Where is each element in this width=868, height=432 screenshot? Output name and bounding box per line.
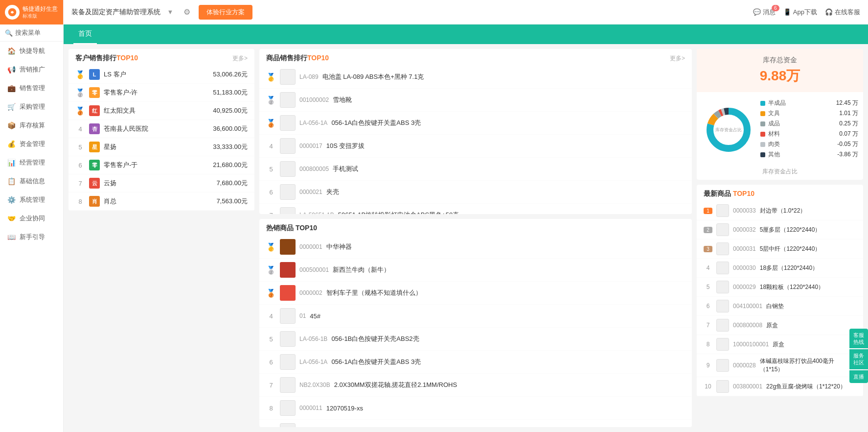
product-thumb bbox=[280, 161, 296, 177]
hot-product-row: 6 LA-056-1A 056-1A白色按键开关盖ABS 3壳 bbox=[259, 351, 692, 374]
sidebar-item-basic-info[interactable]: 📋 基础信息 bbox=[0, 172, 63, 191]
float-buttons: 客服热线服务社区直播 bbox=[849, 329, 868, 383]
product-rank-row: 🥉 LA-056-1A 056-1A白色按键开关盖ABS 3壳 bbox=[259, 112, 692, 135]
sidebar-item-system[interactable]: ⚙️ 系统管理 bbox=[0, 191, 63, 209]
product-thumb bbox=[716, 319, 729, 332]
sidebar-item-purchase[interactable]: 🛒 采购管理 bbox=[0, 97, 63, 116]
product-code: 000800008 bbox=[733, 322, 762, 329]
top10-badge: TOP10 bbox=[116, 54, 138, 62]
sidebar-item-guide[interactable]: 📖 新手引导 bbox=[0, 228, 63, 246]
rank-amount: 51,183.00元 bbox=[213, 88, 248, 97]
product-name: 10S 变扭罗拔 bbox=[326, 142, 685, 150]
settings-icon[interactable]: ⚙ bbox=[180, 5, 194, 19]
product-rank-row: 5 000800005 手机测试 bbox=[259, 158, 692, 181]
product-rank-list: 🥇 LA-089 电池盖 LA-089 ABS本色+黑种 7.1克🥈 00100… bbox=[259, 66, 692, 214]
legend-name: 半成品 bbox=[768, 99, 833, 107]
rank-number: 4 bbox=[75, 125, 85, 133]
rank-number: 6 bbox=[266, 359, 276, 366]
medal-icon: 🥇 bbox=[266, 242, 276, 252]
product-name: 056-1B白色按键开关壳ABS2壳 bbox=[331, 335, 685, 343]
rank-number: 1 bbox=[704, 208, 712, 214]
product-rank-more[interactable]: 更多> bbox=[670, 54, 685, 63]
product-rank-row: 🥈 001000002 雪地靴 bbox=[259, 89, 692, 112]
product-thumb bbox=[280, 92, 296, 108]
donut-inner-label: 库存资金占比 bbox=[715, 127, 742, 133]
product-rank-title: 商品销售排行TOP10 bbox=[266, 54, 329, 63]
sidebar-item-label: 采购管理 bbox=[20, 102, 45, 111]
sidebar-item-quick-nav[interactable]: 🏠 快捷导航 bbox=[0, 42, 63, 60]
finance-icon: 💰 bbox=[7, 140, 16, 148]
rank-row: 🥈 零 零售客户-许 51,183.00元 bbox=[69, 84, 254, 102]
page-header: 首页 bbox=[64, 24, 868, 44]
trial-button[interactable]: 体验行业方案 bbox=[199, 5, 252, 20]
messages-button[interactable]: 💬 消息 6 bbox=[753, 8, 776, 17]
medal-icon: 🥈 bbox=[266, 265, 276, 275]
quick-nav-icon: 🏠 bbox=[7, 47, 16, 55]
legend-name: 文具 bbox=[768, 109, 836, 118]
float-btn-1[interactable]: 服务社区 bbox=[849, 349, 868, 369]
float-btn-0[interactable]: 客服热线 bbox=[849, 329, 868, 349]
medal-icon: 🥉 bbox=[266, 119, 276, 128]
sidebar-item-inventory[interactable]: 📦 库存核算 bbox=[0, 116, 63, 135]
rank-name: 零售客户-许 bbox=[104, 88, 209, 97]
product-code: LA-056-1B bbox=[299, 336, 327, 342]
system-icon: ⚙️ bbox=[7, 195, 16, 204]
product-name: 新西兰牛肉（新牛） bbox=[333, 265, 685, 274]
search-menu[interactable]: 🔍 搜索菜单 bbox=[0, 24, 63, 42]
product-thumb bbox=[716, 380, 729, 393]
app-download-button[interactable]: 📱 App下载 bbox=[783, 8, 817, 17]
online-service-button[interactable]: 🎧 在线客服 bbox=[825, 8, 860, 17]
legend-color bbox=[760, 101, 765, 106]
dropdown-icon[interactable]: ▼ bbox=[165, 7, 175, 17]
product-name: 体碱嘉枝味苏打饮品400毫升（1*15） bbox=[760, 357, 856, 374]
sidebar-item-sales[interactable]: 💼 销售管理 bbox=[0, 79, 63, 97]
product-rank-header: 商品销售排行TOP10 更多> bbox=[259, 49, 692, 66]
sidebar-item-label: 新手引导 bbox=[20, 233, 45, 241]
product-code: NB2.0X30B bbox=[299, 382, 330, 388]
hot-product-row: 8 0000011 12070519-xs bbox=[259, 397, 692, 420]
new-product-row: 3 0000031 5层中纤（1220*2440） bbox=[697, 240, 863, 259]
product-code: 004100001 bbox=[733, 303, 762, 310]
product-name: 中华神器 bbox=[326, 242, 685, 251]
hot-product-row: 🥈 000500001 新西兰牛肉（新牛） bbox=[259, 259, 692, 282]
product-code: 10000100001 bbox=[733, 341, 769, 348]
rank-number: 7 bbox=[704, 322, 712, 329]
product-thumb bbox=[280, 377, 296, 393]
rank-amount: 36,600.00元 bbox=[213, 124, 248, 133]
product-thumb bbox=[280, 400, 296, 416]
rank-number: 7 bbox=[266, 382, 276, 389]
new-product-row: 10 003800001 22g鱼豆腐-烧烤味（1*12*20） bbox=[697, 377, 863, 396]
product-code: LA-089 bbox=[299, 73, 319, 80]
legend-value: -0.05 万 bbox=[837, 140, 858, 148]
rank-number: 5 bbox=[704, 284, 712, 290]
hot-products-title: 热销商品 TOP10 bbox=[266, 224, 317, 233]
legend-value: 0.07 万 bbox=[839, 130, 858, 138]
product-rank-row: 🥇 LA-089 电池盖 LA-089 ABS本色+黑种 7.1克 bbox=[259, 66, 692, 89]
content-area: 客户销售排行TOP10 更多> 🥇 L LS 客户 53,006.26元🥈 零 … bbox=[64, 44, 868, 432]
rank-number: 5 bbox=[266, 166, 276, 173]
product-name: 夹壳 bbox=[326, 188, 685, 196]
sidebar-item-operations[interactable]: 📊 经营管理 bbox=[0, 153, 63, 172]
product-name: 056-1A白色按键开关盖ABS 3壳 bbox=[331, 119, 685, 127]
customer-rank-more[interactable]: 更多> bbox=[232, 54, 248, 63]
customer-rank-title: 客户销售排行TOP10 bbox=[75, 54, 138, 63]
new-product-row: 6 004100001 白钢垫 bbox=[697, 297, 863, 316]
legend-color bbox=[760, 111, 765, 116]
legend-list: 半成品 12.45 万 文具 1.01 万 成品 0.25 万 材料 0.07 … bbox=[760, 99, 858, 161]
float-btn-2[interactable]: 直播 bbox=[849, 370, 868, 383]
sidebar-item-finance[interactable]: 💰 资金管理 bbox=[0, 135, 63, 153]
sidebar-item-marketing[interactable]: 📢 营销推广 bbox=[0, 60, 63, 79]
sidebar-item-label: 销售管理 bbox=[20, 84, 45, 93]
rank-row: 6 零 零售客户-于 21,680.00元 bbox=[69, 156, 254, 174]
rank-name: 红太阳文具 bbox=[104, 106, 209, 115]
product-code: 0000030 bbox=[733, 264, 756, 271]
home-tab[interactable]: 首页 bbox=[73, 24, 97, 44]
topbar-actions: 💬 消息 6 📱 App下载 🎧 在线客服 bbox=[753, 8, 860, 17]
sidebar-item-cooperation[interactable]: 🤝 企业协同 bbox=[0, 209, 63, 228]
product-top10-badge: TOP10 bbox=[307, 54, 329, 62]
rank-row: 7 云 云扬 7,680.00元 bbox=[69, 174, 254, 192]
rank-number: 7 bbox=[266, 212, 276, 215]
inventory-label: 库存总资金 bbox=[707, 56, 853, 65]
rank-number: 9 bbox=[704, 362, 712, 369]
rank-number: 4 bbox=[266, 312, 276, 320]
